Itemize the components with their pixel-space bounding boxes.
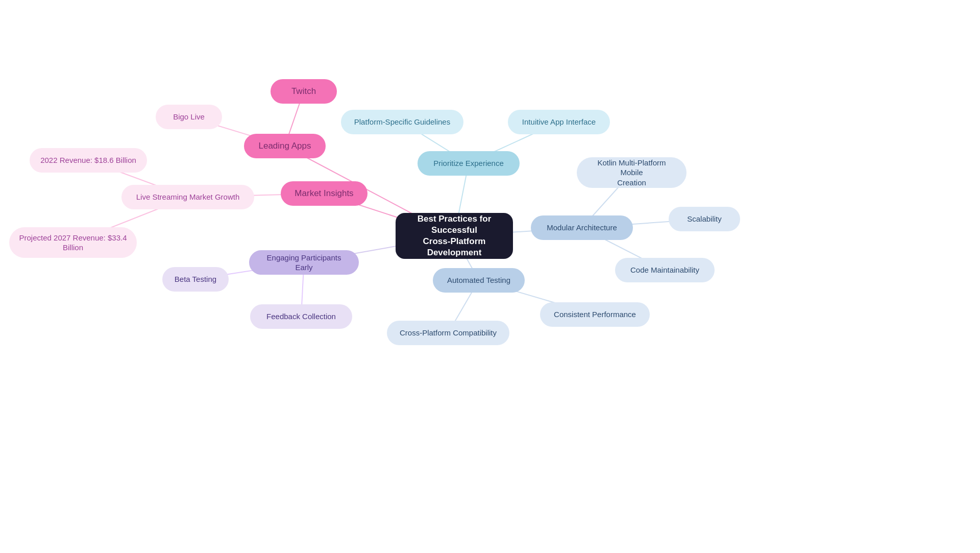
revenue-2022-node: 2022 Revenue: $18.6 Billion [30,148,147,173]
center-label: Best Practices for Successful Cross-Plat… [405,213,504,258]
projected-2027-label: Projected 2027 Revenue: $33.4 Billion [18,233,128,253]
feedback-collection-node: Feedback Collection [250,304,352,329]
code-maintain-node: Code Maintainability [615,258,715,282]
engaging-participants-node: Engaging Participants Early [249,250,359,275]
twitch-label: Twitch [291,86,316,97]
live-streaming-label: Live Streaming Market Growth [136,192,240,202]
revenue-2022-label: 2022 Revenue: $18.6 Billion [40,155,136,165]
market-insights-label: Market Insights [295,188,353,199]
leading-apps-label: Leading Apps [258,140,311,152]
center-node: Best Practices for Successful Cross-Plat… [396,213,513,259]
live-streaming-node: Live Streaming Market Growth [121,185,254,209]
kotlin-mobile-label: Kotlin Multi-Platform Mobile Creation [586,158,677,188]
scalability-node: Scalability [669,207,740,231]
beta-testing-node: Beta Testing [162,267,229,292]
projected-2027-node: Projected 2027 Revenue: $33.4 Billion [9,227,137,258]
automated-testing-label: Automated Testing [447,275,510,285]
prioritize-exp-label: Prioritize Experience [433,158,504,169]
automated-testing-node: Automated Testing [433,268,525,293]
code-maintain-label: Code Maintainability [630,265,699,275]
prioritize-exp-node: Prioritize Experience [418,151,520,176]
intuitive-interface-node: Intuitive App Interface [508,110,610,134]
consistent-perf-label: Consistent Performance [554,309,636,320]
bigo-live-node: Bigo Live [156,105,222,129]
market-insights-node: Market Insights [281,181,368,206]
twitch-node: Twitch [271,79,337,104]
intuitive-interface-label: Intuitive App Interface [522,117,596,127]
platform-specific-node: Platform-Specific Guidelines [341,110,463,134]
modular-arch-node: Modular Architecture [531,215,633,240]
platform-specific-label: Platform-Specific Guidelines [354,117,450,127]
modular-arch-label: Modular Architecture [547,223,617,233]
cross-platform-compat-node: Cross-Platform Compatibility [387,321,509,345]
feedback-collection-label: Feedback Collection [266,311,336,322]
scalability-label: Scalability [687,214,722,224]
beta-testing-label: Beta Testing [175,274,216,284]
engaging-participants-label: Engaging Participants Early [258,253,350,273]
bigo-live-label: Bigo Live [173,112,205,122]
cross-platform-compat-label: Cross-Platform Compatibility [400,328,497,338]
consistent-perf-node: Consistent Performance [540,302,650,327]
kotlin-mobile-node: Kotlin Multi-Platform Mobile Creation [577,157,687,188]
leading-apps-node: Leading Apps [244,134,326,158]
